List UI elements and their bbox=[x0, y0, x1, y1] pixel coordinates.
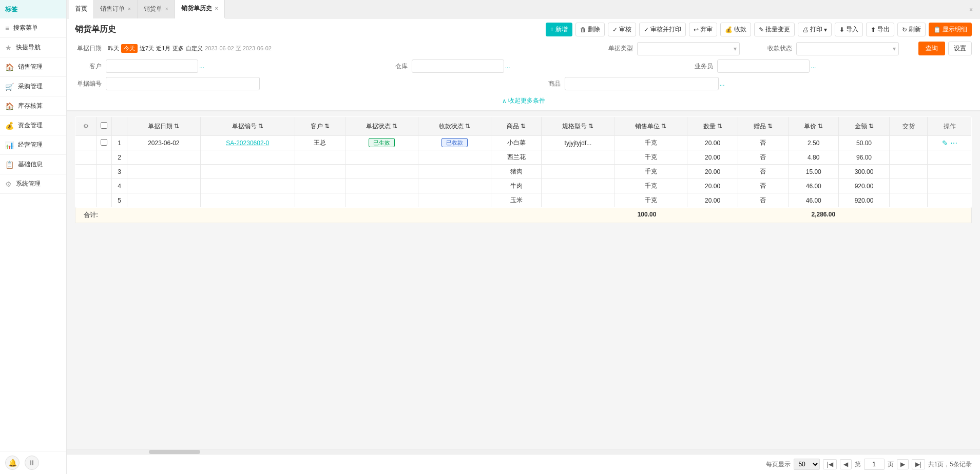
sys-mgmt-icon: ⚙ bbox=[5, 180, 12, 188]
delete-button[interactable]: 🗑 删除 bbox=[575, 23, 605, 36]
import-button[interactable]: ⬇ 导入 bbox=[835, 23, 863, 36]
edit-icon[interactable]: ✎ bbox=[942, 139, 948, 147]
salesperson-input[interactable] bbox=[717, 60, 810, 73]
sidebar-bottom: 🔔 ⏸ bbox=[0, 451, 66, 474]
print-button[interactable]: 🖨 打印 ▾ bbox=[798, 23, 832, 36]
pause-btn[interactable]: ⏸ bbox=[25, 456, 39, 470]
sidebar-item-label: 库存核算 bbox=[18, 102, 43, 110]
close-sales-delivery-icon[interactable]: × bbox=[165, 6, 168, 12]
sidebar-item-sys-mgmt[interactable]: ⚙ 系统管理 bbox=[0, 174, 66, 194]
sort-icon: ⇅ bbox=[818, 123, 823, 130]
shortcut-yesterday[interactable]: 昨天 bbox=[108, 45, 119, 52]
sidebar-item-finance[interactable]: 💰 资金管理 bbox=[0, 116, 66, 135]
sort-customer[interactable]: 客户 ⇅ bbox=[299, 122, 341, 131]
audit-button[interactable]: ✓ 审核 bbox=[608, 23, 636, 36]
customer-input[interactable] bbox=[106, 60, 198, 73]
salesperson-ellipsis[interactable]: ... bbox=[811, 63, 816, 70]
filter-doc-type-group: 单据类型 bbox=[606, 42, 760, 55]
docno-input[interactable] bbox=[106, 77, 260, 90]
more-icon[interactable]: ⋯ bbox=[950, 139, 957, 147]
sidebar-item-basic-info[interactable]: 📋 基础信息 bbox=[0, 155, 66, 174]
table-cell bbox=[75, 165, 97, 179]
th-unit: 销售单位 ⇅ bbox=[614, 117, 687, 136]
payment-status-select-wrap bbox=[796, 42, 899, 55]
abandon-button[interactable]: ↩ 弃审 bbox=[689, 23, 717, 36]
sort-gift[interactable]: 赠品 ⇅ bbox=[742, 122, 784, 131]
th-unit-label: 销售单位 bbox=[635, 122, 660, 131]
settings-button[interactable]: 设置 bbox=[948, 42, 972, 55]
doc-no-link[interactable]: SA-20230602-0 bbox=[226, 140, 269, 147]
export-button[interactable]: ⬆ 导出 bbox=[866, 23, 894, 36]
sort-payment-status[interactable]: 收款状态 ⇅ bbox=[422, 122, 487, 131]
purchase-mgmt-icon: 🛒 bbox=[5, 83, 14, 91]
table-cell bbox=[295, 150, 345, 165]
warehouse-ellipsis[interactable]: ... bbox=[505, 63, 510, 70]
tab-sales-history[interactable]: 销货单历史 × bbox=[175, 0, 225, 18]
row-checkbox[interactable] bbox=[101, 139, 107, 146]
page-number-input[interactable] bbox=[864, 459, 885, 470]
warehouse-input[interactable] bbox=[412, 60, 504, 73]
first-page-button[interactable]: |◀ bbox=[823, 459, 836, 469]
table-cell: 20.00 bbox=[687, 165, 738, 179]
prev-page-button[interactable]: ◀ bbox=[840, 459, 852, 469]
tab-sales-delivery[interactable]: 销货单 × bbox=[138, 0, 175, 18]
audit-print-button[interactable]: ✓ 审核并打印 bbox=[639, 23, 686, 36]
sidebar-item-search-menu[interactable]: ≡ 搜索菜单 bbox=[0, 18, 66, 38]
add-button[interactable]: + 新增 bbox=[546, 23, 572, 36]
sidebar-item-inventory[interactable]: 🏠 库存核算 bbox=[0, 96, 66, 116]
scrollbar-thumb[interactable] bbox=[149, 450, 200, 454]
sort-amount[interactable]: 金额 ⇅ bbox=[843, 122, 885, 131]
close-sales-history-icon[interactable]: × bbox=[215, 6, 218, 11]
table-cell: 50.00 bbox=[839, 136, 889, 150]
tab-sales-order-label: 销售订单 bbox=[100, 5, 125, 13]
shortcut-today[interactable]: 今天 bbox=[121, 44, 138, 53]
horizontal-scrollbar[interactable] bbox=[67, 449, 980, 454]
customer-ellipsis[interactable]: ... bbox=[199, 63, 204, 70]
sort-spec[interactable]: 规格型号 ⇅ bbox=[546, 122, 610, 131]
table-cell bbox=[928, 165, 972, 179]
next-page-button[interactable]: ▶ bbox=[897, 459, 909, 469]
shortcut-custom[interactable]: 自定义 bbox=[186, 45, 203, 52]
select-all-checkbox[interactable] bbox=[101, 122, 107, 129]
receive-button[interactable]: 💰 收款 bbox=[720, 23, 751, 36]
th-checkbox bbox=[97, 117, 112, 136]
shortcut-1month[interactable]: 近1月 bbox=[156, 45, 170, 52]
more-conditions-area: ∧ 收起更多条件 bbox=[75, 94, 972, 105]
doc-type-select[interactable] bbox=[637, 42, 740, 55]
sort-unit-price[interactable]: 单价 ⇅ bbox=[793, 122, 834, 131]
sort-doc-status[interactable]: 单据状态 ⇅ bbox=[350, 122, 414, 131]
sort-qty[interactable]: 数量 ⇅ bbox=[691, 122, 733, 131]
payment-status-select[interactable] bbox=[796, 42, 899, 55]
table-cell: 96.00 bbox=[839, 150, 889, 165]
table-cell: 2.50 bbox=[789, 136, 839, 150]
product-ellipsis[interactable]: ... bbox=[720, 80, 725, 87]
tab-sales-order[interactable]: 销售订单 × bbox=[94, 0, 138, 18]
sort-doc-no[interactable]: 单据编号 ⇅ bbox=[205, 122, 291, 131]
table-cell bbox=[889, 150, 928, 165]
sort-unit[interactable]: 销售单位 ⇅ bbox=[619, 122, 683, 131]
sidebar-item-purchase-mgmt[interactable]: 🛒 采购管理 bbox=[0, 77, 66, 96]
shortcut-more[interactable]: 更多 bbox=[172, 45, 184, 52]
notification-btn[interactable]: 🔔 bbox=[5, 456, 20, 470]
pagination-bar: 每页显示 50 100 200 |◀ ◀ 第 页 ▶ ▶| 共1页，5条记录 bbox=[67, 454, 980, 474]
sidebar-item-sales-mgmt[interactable]: 🏠 销售管理 bbox=[0, 57, 66, 77]
show-detail-button[interactable]: 📋 显示明细 bbox=[929, 23, 972, 36]
shortcut-7days[interactable]: 近7天 bbox=[140, 45, 154, 52]
sidebar-item-operations[interactable]: 📊 经营管理 bbox=[0, 135, 66, 155]
close-all-tabs-button[interactable]: × bbox=[964, 5, 978, 14]
page-size-select[interactable]: 50 100 200 bbox=[794, 459, 820, 470]
refresh-button[interactable]: ↻ 刷新 bbox=[897, 23, 926, 36]
sort-product[interactable]: 商品 ⇅ bbox=[495, 122, 537, 131]
tab-home[interactable]: 首页 bbox=[69, 0, 94, 18]
batch-change-button[interactable]: ✎ 批量变更 bbox=[754, 23, 795, 36]
sidebar-item-quick-nav[interactable]: ★ 快捷导航 bbox=[0, 38, 66, 57]
table-cell bbox=[295, 179, 345, 193]
more-conditions-btn[interactable]: ∧ 收起更多条件 bbox=[493, 96, 554, 105]
table-settings-icon[interactable]: ⚙ bbox=[80, 120, 92, 132]
query-button[interactable]: 查询 bbox=[918, 42, 945, 55]
close-sales-order-icon[interactable]: × bbox=[128, 6, 131, 12]
sort-doc-date[interactable]: 单据日期 ⇅ bbox=[131, 122, 196, 131]
th-amount-label: 金额 bbox=[855, 122, 867, 131]
last-page-button[interactable]: ▶| bbox=[912, 459, 925, 469]
product-input[interactable] bbox=[565, 77, 719, 90]
